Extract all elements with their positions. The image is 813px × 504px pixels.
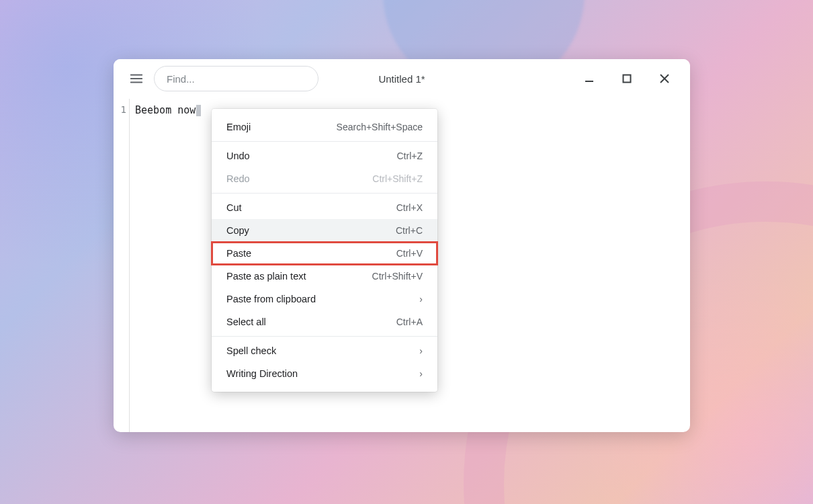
text-content: Beebom now — [135, 104, 196, 116]
menu-item-label: Writing Direction — [226, 368, 298, 379]
menu-item-shortcut: Ctrl+A — [396, 317, 423, 327]
menu-group: EmojiSearch+Shift+Space — [212, 113, 437, 141]
titlebar: Untitled 1* — [114, 59, 690, 98]
menu-item-label: Spell check — [226, 345, 276, 356]
menu-item-undo[interactable]: UndoCtrl+Z — [212, 144, 437, 167]
menu-item-label: Paste — [226, 248, 251, 259]
hamburger-icon — [129, 71, 144, 86]
menu-item-emoji[interactable]: EmojiSearch+Shift+Space — [212, 116, 437, 138]
menu-item-shortcut: Ctrl+Z — [397, 151, 423, 161]
window-controls — [577, 67, 685, 91]
line-gutter: 1 — [114, 99, 130, 432]
menu-item-label: Paste as plain text — [226, 271, 306, 282]
menu-button[interactable] — [123, 65, 150, 92]
maximize-icon — [622, 73, 632, 84]
close-icon — [659, 73, 670, 84]
svg-rect-1 — [624, 75, 631, 83]
find-input-container[interactable] — [154, 66, 318, 91]
chevron-right-icon: › — [419, 294, 423, 304]
menu-item-shortcut: Ctrl+Shift+V — [372, 271, 423, 282]
menu-item-label: Select all — [226, 317, 266, 327]
close-button[interactable] — [652, 67, 677, 91]
menu-item-paste-clipboard[interactable]: Paste from clipboard› — [212, 288, 437, 310]
menu-item-shortcut: Ctrl+Shift+Z — [372, 173, 423, 184]
menu-item-shortcut: Ctrl+V — [396, 248, 423, 259]
menu-group: UndoCtrl+ZRedoCtrl+Shift+Z — [212, 142, 437, 193]
minimize-button[interactable] — [577, 67, 601, 91]
minimize-icon — [584, 73, 595, 84]
chevron-right-icon: › — [419, 345, 423, 356]
context-menu: EmojiSearch+Shift+SpaceUndoCtrl+ZRedoCtr… — [212, 109, 437, 392]
line-number: 1 — [114, 104, 126, 115]
menu-group: CutCtrl+XCopyCtrl+CPasteCtrl+VPaste as p… — [212, 194, 437, 336]
menu-item-spell-check[interactable]: Spell check› — [212, 339, 437, 362]
maximize-button[interactable] — [615, 67, 639, 91]
menu-group: Spell check›Writing Direction› — [212, 337, 437, 388]
menu-item-shortcut: Search+Shift+Space — [337, 122, 423, 132]
menu-item-label: Emoji — [226, 122, 251, 132]
menu-item-shortcut: Ctrl+C — [396, 225, 423, 236]
text-caret — [196, 105, 201, 116]
menu-item-cut[interactable]: CutCtrl+X — [212, 196, 437, 219]
find-input[interactable] — [167, 73, 306, 85]
menu-item-shortcut: Ctrl+X — [396, 202, 423, 213]
menu-item-label: Paste from clipboard — [226, 294, 316, 304]
menu-item-select-all[interactable]: Select allCtrl+A — [212, 310, 437, 333]
menu-item-label: Cut — [226, 202, 242, 213]
window-title: Untitled 1* — [378, 73, 425, 85]
menu-item-label: Redo — [226, 173, 250, 184]
chevron-right-icon: › — [419, 368, 423, 379]
menu-item-paste[interactable]: PasteCtrl+V — [212, 242, 437, 265]
menu-item-label: Undo — [226, 151, 250, 161]
menu-item-paste-plain[interactable]: Paste as plain textCtrl+Shift+V — [212, 265, 437, 288]
menu-item-label: Copy — [226, 225, 249, 236]
menu-item-copy[interactable]: CopyCtrl+C — [212, 219, 437, 242]
menu-item-writing-direction[interactable]: Writing Direction› — [212, 362, 437, 385]
menu-item-redo: RedoCtrl+Shift+Z — [212, 167, 437, 190]
